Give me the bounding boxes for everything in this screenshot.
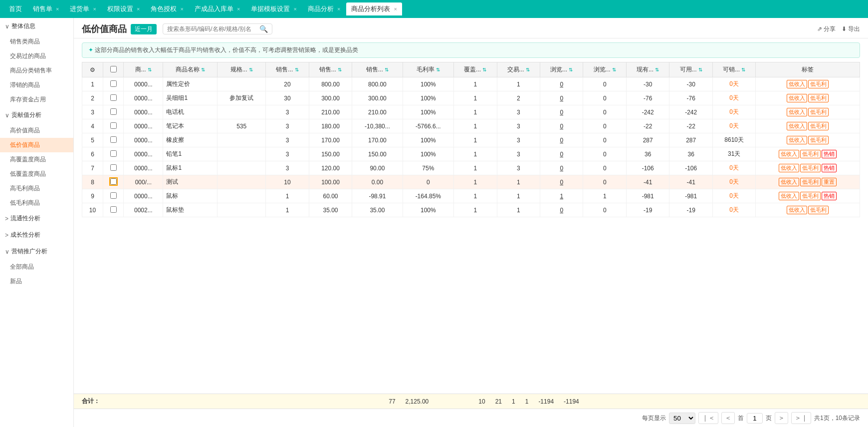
col-header-sales_amount[interactable]: 销售... ⇅: [352, 62, 403, 77]
row-checkbox[interactable]: [110, 206, 117, 213]
view-link[interactable]: 0: [560, 137, 563, 144]
view-link[interactable]: 0: [560, 109, 563, 116]
close-tab-icon[interactable]: ×: [336, 6, 340, 12]
view-link[interactable]: 0: [560, 123, 563, 130]
close-tab-icon[interactable]: ×: [235, 6, 240, 12]
col-header-spec[interactable]: 规格... ⇅: [217, 62, 266, 77]
time-filter-button[interactable]: 近一月: [131, 24, 157, 34]
cell-view1[interactable]: 0: [540, 175, 583, 189]
sidebar-item-商品分类销售率[interactable]: 商品分类销售率: [0, 63, 73, 78]
col-header-sales_qty[interactable]: 销售... ⇅: [266, 62, 309, 77]
sidebar-group-成长性分析[interactable]: > 成长性分析: [0, 227, 73, 243]
sidebar-item-低毛利商品[interactable]: 低毛利商品: [0, 196, 73, 210]
cell-view1[interactable]: 0: [540, 161, 583, 175]
view-link[interactable]: 0: [560, 207, 563, 214]
col-header-trade[interactable]: 交易... ⇅: [497, 62, 540, 77]
settings-icon[interactable]: ⚙: [90, 66, 95, 73]
cell-checkbox[interactable]: [103, 119, 123, 133]
cell-checkbox[interactable]: [103, 133, 123, 147]
sidebar-group-贡献值分析[interactable]: ∨ 贡献值分析: [0, 107, 73, 123]
cell-checkbox[interactable]: [103, 203, 123, 217]
row-checkbox[interactable]: [110, 136, 117, 143]
cell-view1[interactable]: 0: [540, 105, 583, 119]
sidebar-item-新品[interactable]: 新品: [0, 274, 73, 289]
last-page-button[interactable]: ＞｜: [791, 412, 811, 424]
col-header-code[interactable]: 商... ⇅: [124, 62, 163, 77]
row-checkbox[interactable]: [110, 164, 117, 171]
view-link[interactable]: 0: [560, 151, 563, 158]
close-tab-icon[interactable]: ×: [292, 6, 296, 12]
search-icon[interactable]: 🔍: [259, 25, 268, 33]
sidebar-item-高毛利商品[interactable]: 高毛利商品: [0, 181, 73, 196]
row-checkbox[interactable]: [110, 94, 117, 101]
next-page-button[interactable]: ＞: [775, 412, 788, 424]
close-tab-icon[interactable]: ×: [135, 6, 140, 12]
cell-checkbox[interactable]: [103, 189, 123, 203]
nav-item-单据模板设置[interactable]: 单据模板设置 ×: [246, 2, 301, 15]
cell-view1[interactable]: 0: [540, 133, 583, 147]
row-checkbox[interactable]: [110, 80, 117, 87]
cell-checkbox[interactable]: [103, 161, 123, 175]
cell-checkbox[interactable]: [103, 105, 123, 119]
cell-checkbox[interactable]: [103, 147, 123, 161]
col-header-view2[interactable]: 浏览... ⇅: [583, 62, 626, 77]
col-header-saleable[interactable]: 可销... ⇅: [712, 62, 755, 77]
view-link[interactable]: 0: [560, 81, 563, 88]
nav-item-销售单[interactable]: 销售单 ×: [28, 2, 64, 15]
cell-checkbox[interactable]: [103, 77, 123, 91]
close-tab-icon[interactable]: ×: [91, 6, 96, 12]
sidebar-item-滞销的商品[interactable]: 滞销的商品: [0, 78, 73, 92]
sidebar-item-高覆盖度商品[interactable]: 高覆盖度商品: [0, 152, 73, 167]
row-checkbox[interactable]: [110, 178, 117, 185]
cell-checkbox[interactable]: [103, 175, 123, 189]
sidebar-group-整体信息[interactable]: ∨ 整体信息: [0, 18, 73, 34]
view-link[interactable]: 1: [560, 193, 563, 200]
sidebar-item-全部商品[interactable]: 全部商品: [0, 260, 73, 274]
nav-item-进货单[interactable]: 进货单 ×: [65, 2, 101, 15]
sidebar-item-低价值商品[interactable]: 低价值商品: [0, 138, 73, 152]
close-tab-icon[interactable]: ×: [392, 6, 397, 12]
row-checkbox[interactable]: [110, 192, 117, 199]
sidebar-item-销售类商品[interactable]: 销售类商品: [0, 34, 73, 49]
sidebar-item-库存资金占用[interactable]: 库存资金占用: [0, 92, 73, 107]
sidebar-item-高价值商品[interactable]: 高价值商品: [0, 123, 73, 138]
row-checkbox[interactable]: [110, 150, 117, 157]
col-header-available[interactable]: 可用... ⇅: [669, 62, 712, 77]
sidebar-group-流通性分析[interactable]: > 流通性分析: [0, 210, 73, 227]
nav-item-权限设置[interactable]: 权限设置 ×: [102, 2, 145, 15]
nav-item-商品分析[interactable]: 商品分析 ×: [303, 2, 345, 15]
close-tab-icon[interactable]: ×: [179, 6, 183, 12]
sidebar-item-低覆盖度商品[interactable]: 低覆盖度商品: [0, 167, 73, 181]
cell-view1[interactable]: 0: [540, 77, 583, 91]
page-number-input[interactable]: [747, 413, 763, 424]
view-link[interactable]: 0: [560, 179, 563, 186]
view-link[interactable]: 0: [560, 95, 563, 102]
prev-page-button[interactable]: ＜: [721, 412, 735, 424]
close-tab-icon[interactable]: ×: [54, 6, 59, 12]
view-link[interactable]: 0: [560, 165, 563, 172]
nav-item-产成品入库单[interactable]: 产成品入库单 ×: [190, 2, 245, 15]
cell-view1[interactable]: 1: [540, 189, 583, 203]
row-checkbox[interactable]: [110, 108, 117, 115]
nav-item-商品分析列表[interactable]: 商品分析列表 ×: [346, 2, 402, 15]
nav-item-首页[interactable]: 首页: [4, 2, 27, 15]
cell-checkbox[interactable]: [103, 91, 123, 105]
first-page-button[interactable]: ｜＜: [698, 412, 718, 424]
col-header-view1[interactable]: 浏览... ⇅: [540, 62, 583, 77]
col-header-name[interactable]: 商品名称 ⇅: [163, 62, 217, 77]
col-header-coverage[interactable]: 覆盖... ⇅: [454, 62, 497, 77]
col-header-margin[interactable]: 毛利率 ⇅: [403, 62, 453, 77]
cell-view1[interactable]: 0: [540, 203, 583, 217]
nav-item-角色授权[interactable]: 角色授权 ×: [146, 2, 188, 15]
cell-view1[interactable]: 0: [540, 119, 583, 133]
select-all-checkbox[interactable]: [110, 66, 117, 72]
share-button[interactable]: ⇗ 分享: [817, 25, 836, 33]
export-button[interactable]: ⬇ 导出: [842, 25, 860, 33]
search-input[interactable]: [167, 25, 259, 32]
sidebar-item-交易过的商品[interactable]: 交易过的商品: [0, 49, 73, 63]
col-header-current[interactable]: 现有... ⇅: [626, 62, 669, 77]
col-header-sales_price[interactable]: 销售... ⇅: [309, 62, 352, 77]
cell-view1[interactable]: 0: [540, 91, 583, 105]
cell-view1[interactable]: 0: [540, 147, 583, 161]
per-page-select[interactable]: 50 100 200: [669, 413, 695, 424]
